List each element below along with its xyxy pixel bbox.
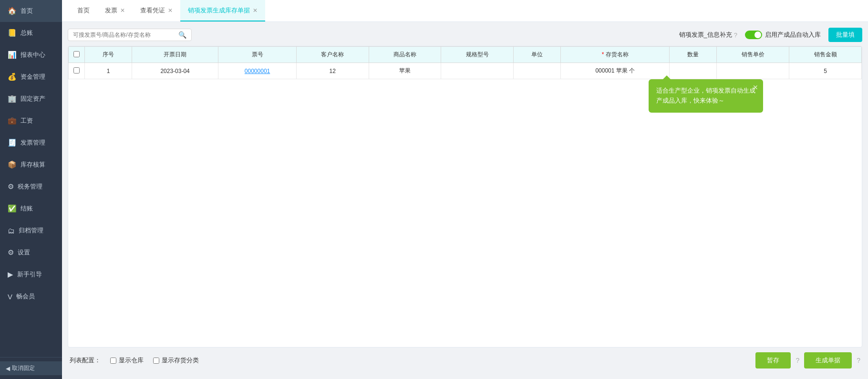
sidebar: 🏠 首页 📒 总账 📊 报表中心 💰 资金管理 🏢 固定资产 💼 工资 🧾 发票…: [0, 0, 62, 379]
tab-home[interactable]: 首页: [70, 0, 97, 21]
show-warehouse-text: 显示仓库: [119, 356, 144, 365]
generate-help-icon[interactable]: ?: [857, 357, 860, 364]
sidebar-item-label: 库存核算: [21, 160, 45, 169]
inventory-icon: 📦: [8, 160, 17, 169]
sidebar-item-label: 工资: [21, 116, 33, 125]
tax-icon: ⚙: [8, 182, 14, 191]
sidebar-item-home[interactable]: 🏠 首页: [0, 0, 62, 22]
fixed-assets-icon: 🏢: [8, 95, 17, 103]
th-date: 开票日期: [132, 47, 218, 63]
sidebar-item-archive[interactable]: 🗂 归档管理: [0, 220, 62, 242]
sidebar-item-funds[interactable]: 💰 资金管理: [0, 66, 62, 88]
show-category-label[interactable]: 显示存货分类: [153, 356, 199, 365]
row-date: 2023-03-04: [132, 63, 218, 79]
tab-invoice[interactable]: 发票 ✕: [97, 0, 133, 21]
show-warehouse-label[interactable]: 显示仓库: [110, 356, 144, 365]
table-header-row: 序号 开票日期 票号 客户名称 商品名称: [69, 47, 862, 63]
sidebar-item-inventory[interactable]: 📦 库存核算: [0, 154, 62, 176]
row-checkbox[interactable]: [73, 67, 80, 74]
th-unit-price: 销售单价: [717, 47, 789, 63]
search-input[interactable]: [73, 32, 178, 38]
sidebar-item-settings[interactable]: ⚙ 设置: [0, 242, 62, 263]
sidebar-item-label: 结账: [21, 204, 33, 213]
show-category-checkbox[interactable]: [153, 358, 159, 364]
toggle-wrap: 启用产成品自动入库: [745, 31, 821, 39]
tab-view-voucher-label: 查看凭证: [140, 6, 165, 15]
tooltip-popup: ✕ 适合生产型企业，销项发票自动生成产成品入库，快来体验～: [649, 79, 763, 113]
row-checkbox-cell[interactable]: [69, 63, 85, 79]
th-quantity: 数量: [670, 47, 717, 63]
generate-button[interactable]: 生成单据: [804, 352, 852, 368]
search-icon: 🔍: [178, 31, 186, 39]
sidebar-item-label: 设置: [18, 248, 30, 257]
row-amount: 5: [789, 63, 862, 79]
cancel-fixed-icon: ◀: [6, 365, 10, 372]
auto-warehouse-toggle[interactable]: [745, 31, 762, 39]
tab-sales-invoice-close[interactable]: ✕: [253, 7, 258, 14]
sidebar-item-label: 固定资产: [21, 95, 45, 103]
tab-invoice-close[interactable]: ✕: [120, 7, 125, 14]
row-customer: 12: [296, 63, 369, 79]
select-all-checkbox[interactable]: [73, 51, 80, 57]
payroll-icon: 💼: [8, 116, 17, 125]
list-config-label: 列表配置：: [70, 356, 101, 365]
cancel-fixed-label: 取消固定: [12, 364, 35, 372]
th-product-name: 商品名称: [369, 47, 441, 63]
sidebar-item-label: 首页: [21, 7, 33, 15]
row-ticket-no[interactable]: 00000001: [218, 63, 297, 79]
settlement-icon: ✅: [8, 204, 17, 213]
th-customer: 客户名称: [296, 47, 369, 63]
batch-fill-button[interactable]: 批量填: [828, 28, 862, 42]
search-wrap[interactable]: 🔍: [68, 29, 192, 41]
sidebar-item-fixed-assets[interactable]: 🏢 固定资产: [0, 88, 62, 110]
th-ticket-no: 票号: [218, 47, 297, 63]
info-help-icon[interactable]: ?: [734, 32, 737, 39]
bottom-left: 列表配置： 显示仓库 显示存货分类: [70, 356, 199, 365]
row-product-name: 苹果: [369, 63, 441, 79]
tooltip-close-button[interactable]: ✕: [753, 82, 758, 93]
row-inventory-name: 000001 苹果 个: [561, 63, 670, 79]
tab-sales-invoice-label: 销项发票生成库存单据: [188, 6, 250, 15]
row-unit-price: [717, 63, 789, 79]
settings-icon: ⚙: [8, 248, 14, 257]
cancel-fixed-button[interactable]: ◀ 取消固定: [0, 361, 62, 375]
row-spec: [441, 63, 514, 79]
toggle-label: 启用产成品自动入库: [765, 31, 821, 39]
vip-icon: V: [8, 293, 12, 301]
tab-invoice-label: 发票: [105, 6, 117, 15]
row-seq: 1: [85, 63, 132, 79]
th-checkbox: [69, 47, 85, 63]
invoice-mgmt-icon: 🧾: [8, 138, 17, 147]
sidebar-item-settlement[interactable]: ✅ 结账: [0, 198, 62, 220]
toolbar-right: 销项发票_信息补充 ? 启用产成品自动入库 批量填: [679, 28, 862, 42]
sidebar-item-label: 资金管理: [21, 73, 45, 81]
toggle-knob: [754, 32, 761, 38]
sidebar-item-label: 畅会员: [16, 292, 35, 301]
show-warehouse-checkbox[interactable]: [110, 358, 116, 364]
save-help-icon[interactable]: ?: [796, 357, 799, 364]
info-label: 销项发票_信息补充 ?: [679, 31, 737, 39]
tab-view-voucher-close[interactable]: ✕: [168, 7, 173, 14]
sidebar-item-ledger[interactable]: 📒 总账: [0, 22, 62, 44]
sidebar-item-label: 总账: [21, 29, 33, 37]
sidebar-item-tax[interactable]: ⚙ 税务管理: [0, 176, 62, 198]
sidebar-item-payroll[interactable]: 💼 工资: [0, 110, 62, 132]
sidebar-item-label: 报表中心: [21, 51, 45, 59]
ticket-no-link[interactable]: 00000001: [245, 68, 270, 74]
funds-icon: 💰: [8, 73, 17, 81]
tab-home-label: 首页: [77, 6, 90, 15]
th-unit: 单位: [514, 47, 561, 63]
th-spec: 规格型号: [441, 47, 514, 63]
table-row: 1 2023-03-04 00000001 12 苹果 000001 苹果 个 …: [69, 63, 862, 79]
main-area: 首页 发票 ✕ 查看凭证 ✕ 销项发票生成库存单据 ✕ 🔍 销项发票_信息补充: [62, 0, 868, 379]
sidebar-item-guide[interactable]: ▶ 新手引导: [0, 263, 62, 285]
tab-view-voucher[interactable]: 查看凭证 ✕: [133, 0, 180, 21]
tab-sales-invoice-inventory[interactable]: 销项发票生成库存单据 ✕: [180, 0, 265, 21]
save-button[interactable]: 暂存: [755, 352, 791, 368]
sidebar-item-reports[interactable]: 📊 报表中心: [0, 44, 62, 66]
ledger-icon: 📒: [8, 29, 17, 37]
th-inventory-name: * 存货名称: [561, 47, 670, 63]
toolbar: 🔍 销项发票_信息补充 ? 启用产成品自动入库 批量填: [68, 28, 862, 42]
sidebar-item-invoice-mgmt[interactable]: 🧾 发票管理: [0, 132, 62, 154]
sidebar-item-vip[interactable]: V 畅会员: [0, 285, 62, 307]
